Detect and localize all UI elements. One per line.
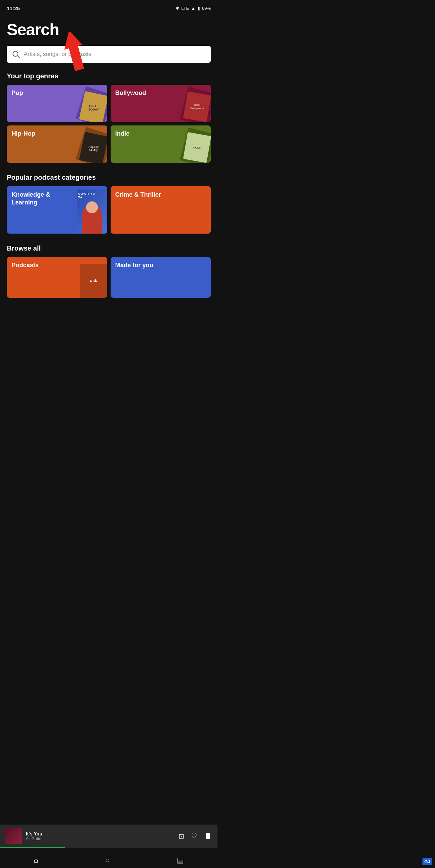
podcast-categories-title: Popular podcast categories <box>7 174 211 181</box>
genre-label-indie: Indie <box>115 130 130 138</box>
genre-card-indie[interactable]: Indie POLL <box>111 125 211 163</box>
lte-label: LTE <box>181 6 189 11</box>
podcast-card-knowledge[interactable]: Knowledge & Learning A SPOTIFY CMA <box>7 186 107 234</box>
genre-card-pop[interactable]: Pop TIGHTODAY <box>7 85 107 122</box>
genre-grid: Pop TIGHTODAY Bollywood BDMBollywood Hip… <box>7 85 211 163</box>
svg-line-1 <box>18 56 20 58</box>
search-bar[interactable]: Artists, songs, or podcasts <box>7 46 211 63</box>
battery-icon: ▮ <box>197 6 200 11</box>
browse-label-made-for-you: Made for you <box>115 262 153 269</box>
signal-icon: ▲ <box>191 6 195 11</box>
genre-card-hiphop[interactable]: Hip-Hop RapCavLil Jay <box>7 125 107 163</box>
browse-label-podcasts: Podcasts <box>12 262 39 269</box>
browse-all-section: Browse all Podcasts D!sk Made for you <box>7 244 211 298</box>
status-bar: 11:25 ✱ LTE ▲ ▮ 69% <box>0 0 218 15</box>
browse-grid: Podcasts D!sk Made for you <box>7 257 211 298</box>
top-genres-section: Your top genres Pop TIGHTODAY Bollywood … <box>7 72 211 163</box>
podcast-card-crime[interactable]: Crime & Thriller <box>111 186 211 234</box>
main-content: Search Artists, songs, or podcasts Your … <box>0 15 218 298</box>
podcast-grid: Knowledge & Learning A SPOTIFY CMA Crime… <box>7 186 211 234</box>
genre-label-pop: Pop <box>12 90 23 97</box>
genre-label-bollywood: Bollywood <box>115 90 146 97</box>
genre-label-hiphop: Hip-Hop <box>12 130 35 138</box>
search-icon <box>12 51 20 58</box>
status-icons: ✱ LTE ▲ ▮ 69% <box>175 6 211 11</box>
browse-all-title: Browse all <box>7 244 211 252</box>
podcast-categories-section: Popular podcast categories Knowledge & L… <box>7 174 211 234</box>
page-title: Search <box>7 20 211 39</box>
browse-card-podcasts[interactable]: Podcasts D!sk <box>7 257 107 298</box>
browse-card-made-for-you[interactable]: Made for you <box>111 257 211 298</box>
battery-percent: 69% <box>202 6 211 11</box>
podcast-label-crime: Crime & Thriller <box>115 191 161 199</box>
top-genres-title: Your top genres <box>7 72 211 80</box>
status-time: 11:25 <box>7 5 20 11</box>
bluetooth-icon: ✱ <box>175 6 179 11</box>
search-placeholder[interactable]: Artists, songs, or podcasts <box>24 51 91 58</box>
podcast-label-knowledge: Knowledge & Learning <box>12 191 66 207</box>
genre-card-bollywood[interactable]: Bollywood BDMBollywood <box>111 85 211 122</box>
